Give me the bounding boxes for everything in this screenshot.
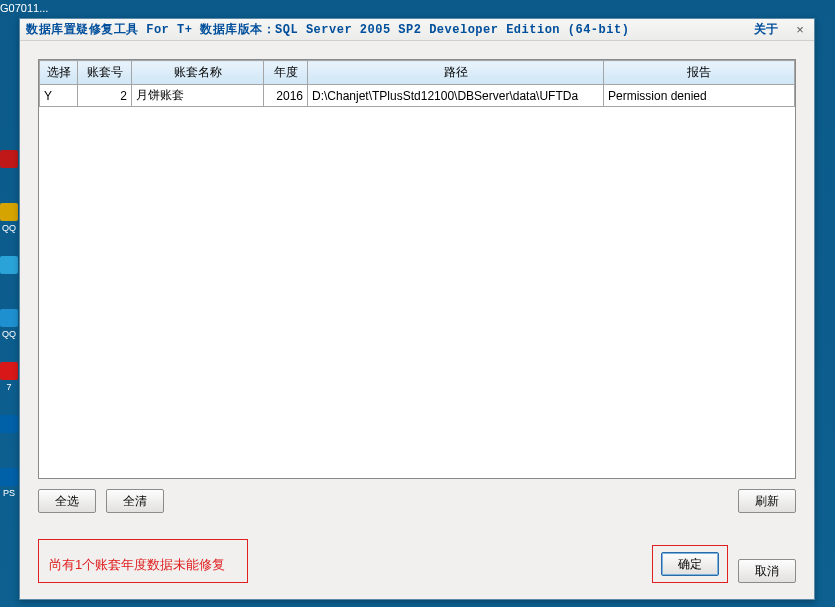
desktop-icons: QQQQ7PS	[0, 150, 20, 550]
shortcut-icon	[0, 203, 18, 221]
close-icon[interactable]: ×	[792, 23, 808, 37]
col-report[interactable]: 报告	[604, 61, 795, 85]
shortcut-icon	[0, 415, 18, 433]
shortcut-icon	[0, 362, 18, 380]
cell-year[interactable]: 2016	[264, 85, 308, 107]
desktop-shortcut[interactable]	[0, 256, 18, 301]
col-account-no[interactable]: 账套号	[78, 61, 132, 85]
shortcut-label: PS	[0, 488, 18, 498]
desktop-shortcut[interactable]: QQ	[0, 309, 18, 354]
col-year[interactable]: 年度	[264, 61, 308, 85]
repair-dialog: 数据库置疑修复工具 For T+ 数据库版本：SQL Server 2005 S…	[19, 18, 815, 600]
desktop-shortcut[interactable]: 7	[0, 362, 18, 407]
desktop-shortcut[interactable]	[0, 415, 18, 460]
window-title: 数据库置疑修复工具 For T+ 数据库版本：SQL Server 2005 S…	[26, 21, 754, 38]
shortcut-icon	[0, 150, 18, 168]
dialog-footer: 尚有1个账套年度数据未能修复 确定 取消	[38, 539, 796, 583]
select-all-button[interactable]: 全选	[38, 489, 96, 513]
table-row[interactable]: Y 2 月饼账套 2016 D:\Chanjet\TPlusStd12100\D…	[40, 85, 795, 107]
about-link[interactable]: 关于	[754, 21, 778, 38]
toolbar-row: 全选 全清 刷新	[38, 489, 796, 513]
ok-highlight-box: 确定	[652, 545, 728, 583]
dialog-content: 选择 账套号 账套名称 年度 路径 报告 Y 2 月饼账套 2016 D:\Ch	[20, 41, 814, 525]
ok-button[interactable]: 确定	[661, 552, 719, 576]
warning-box: 尚有1个账套年度数据未能修复	[38, 539, 248, 583]
cancel-button[interactable]: 取消	[738, 559, 796, 583]
table-header-row: 选择 账套号 账套名称 年度 路径 报告	[40, 61, 795, 85]
cell-report[interactable]: Permission denied	[604, 85, 795, 107]
desktop-shortcut[interactable]: PS	[0, 468, 18, 513]
refresh-button[interactable]: 刷新	[738, 489, 796, 513]
clear-all-button[interactable]: 全清	[106, 489, 164, 513]
col-account-name[interactable]: 账套名称	[132, 61, 264, 85]
desktop-shortcut[interactable]: QQ	[0, 203, 18, 248]
desktop-label: G07011...	[0, 2, 48, 14]
accounts-table: 选择 账套号 账套名称 年度 路径 报告 Y 2 月饼账套 2016 D:\Ch	[39, 60, 795, 107]
desktop-shortcut[interactable]	[0, 150, 18, 195]
shortcut-icon	[0, 309, 18, 327]
table-body: Y 2 月饼账套 2016 D:\Chanjet\TPlusStd12100\D…	[40, 85, 795, 107]
titlebar: 数据库置疑修复工具 For T+ 数据库版本：SQL Server 2005 S…	[20, 19, 814, 41]
shortcut-label: 7	[0, 382, 18, 392]
cell-account-name[interactable]: 月饼账套	[132, 85, 264, 107]
cell-select[interactable]: Y	[40, 85, 78, 107]
warning-text: 尚有1个账套年度数据未能修复	[49, 556, 225, 574]
cell-path[interactable]: D:\Chanjet\TPlusStd12100\DBServer\data\U…	[308, 85, 604, 107]
shortcut-icon	[0, 256, 18, 274]
cell-account-no[interactable]: 2	[78, 85, 132, 107]
accounts-table-wrap: 选择 账套号 账套名称 年度 路径 报告 Y 2 月饼账套 2016 D:\Ch	[38, 59, 796, 479]
shortcut-label: QQ	[0, 329, 18, 339]
shortcut-icon	[0, 468, 18, 486]
col-path[interactable]: 路径	[308, 61, 604, 85]
shortcut-label: QQ	[0, 223, 18, 233]
col-select[interactable]: 选择	[40, 61, 78, 85]
